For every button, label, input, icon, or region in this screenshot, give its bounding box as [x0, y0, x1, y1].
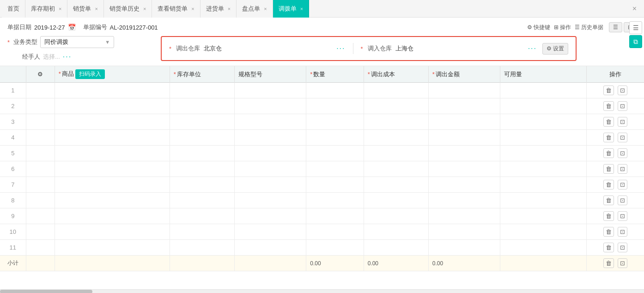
business-type-dropdown[interactable]: 同价调拨 ▼ — [40, 36, 114, 48]
row-product-6[interactable] — [55, 161, 170, 177]
row-delete-btn-3[interactable]: 🗑 — [603, 117, 614, 127]
row-available-3[interactable] — [500, 114, 587, 130]
row-qty-5[interactable] — [306, 146, 364, 161]
row-unit-2[interactable] — [170, 98, 234, 114]
tab-sales-order-close[interactable]: × — [95, 6, 97, 12]
row-settings-1[interactable] — [26, 83, 55, 98]
row-op-6[interactable]: 🗑 ⊡ — [586, 161, 644, 177]
row-unit-4[interactable] — [170, 130, 234, 146]
row-copy-btn-6[interactable]: ⊡ — [618, 164, 627, 174]
row-spec-11[interactable] — [234, 240, 306, 256]
row-settings-2[interactable] — [26, 98, 55, 114]
row-qty-9[interactable] — [306, 208, 364, 224]
row-op-8[interactable]: 🗑 ⊡ — [586, 193, 644, 208]
tab-inventory-init-close[interactable]: × — [59, 6, 61, 12]
row-delete-btn-4[interactable]: 🗑 — [603, 133, 614, 142]
row-cost-11[interactable] — [364, 240, 428, 256]
row-spec-9[interactable] — [234, 208, 306, 224]
row-delete-btn-10[interactable]: 🗑 — [603, 227, 614, 237]
row-op-11[interactable]: 🗑 ⊡ — [586, 240, 644, 256]
tab-bar-close-btn[interactable]: × — [627, 5, 642, 13]
row-unit-8[interactable] — [170, 193, 234, 208]
operation-btn[interactable]: ⊞ 操作 — [554, 24, 571, 31]
tab-view-sales[interactable]: 查看销货单 × — [152, 0, 200, 18]
history-btn[interactable]: ☰ 历史单据 — [575, 24, 603, 31]
row-unit-1[interactable] — [170, 83, 234, 98]
tab-home[interactable]: 首页 — [2, 0, 25, 18]
row-cost-10[interactable] — [364, 224, 428, 240]
row-delete-btn-11[interactable]: 🗑 — [603, 243, 614, 252]
row-amount-9[interactable] — [428, 208, 500, 224]
row-amount-6[interactable] — [428, 161, 500, 177]
row-qty-7[interactable] — [306, 177, 364, 193]
sidebar-link-btn[interactable]: ⧉ — [629, 35, 642, 48]
row-op-2[interactable]: 🗑 ⊡ — [586, 98, 644, 114]
row-spec-6[interactable] — [234, 161, 306, 177]
row-delete-btn-7[interactable]: 🗑 — [603, 180, 614, 189]
row-product-1[interactable] — [55, 83, 170, 98]
row-cost-6[interactable] — [364, 161, 428, 177]
row-delete-btn-6[interactable]: 🗑 — [603, 164, 614, 174]
row-cost-5[interactable] — [364, 146, 428, 161]
row-available-10[interactable] — [500, 224, 587, 240]
row-cost-4[interactable] — [364, 130, 428, 146]
tab-inventory-count-close[interactable]: × — [264, 6, 267, 12]
calendar-icon[interactable]: 📅 — [68, 24, 76, 31]
row-settings-8[interactable] — [26, 193, 55, 208]
row-op-3[interactable]: 🗑 ⊡ — [586, 114, 644, 130]
row-unit-11[interactable] — [170, 240, 234, 256]
row-qty-11[interactable] — [306, 240, 364, 256]
row-op-4[interactable]: 🗑 ⊡ — [586, 130, 644, 146]
row-settings-6[interactable] — [26, 161, 55, 177]
tab-transfer-order-close[interactable]: × — [300, 6, 303, 12]
row-qty-3[interactable] — [306, 114, 364, 130]
row-spec-8[interactable] — [234, 193, 306, 208]
row-product-2[interactable] — [55, 98, 170, 114]
row-unit-10[interactable] — [170, 224, 234, 240]
row-product-4[interactable] — [55, 130, 170, 146]
row-op-9[interactable]: 🗑 ⊡ — [586, 208, 644, 224]
row-settings-4[interactable] — [26, 130, 55, 146]
row-spec-5[interactable] — [234, 146, 306, 161]
row-qty-10[interactable] — [306, 224, 364, 240]
tab-transfer-order[interactable]: 调拨单 × — [273, 0, 309, 18]
tab-view-sales-close[interactable]: × — [191, 6, 194, 12]
row-delete-btn-1[interactable]: 🗑 — [603, 85, 614, 95]
tab-purchase-order-close[interactable]: × — [228, 6, 231, 12]
row-amount-8[interactable] — [428, 193, 500, 208]
row-op-5[interactable]: 🗑 ⊡ — [586, 146, 644, 161]
row-available-7[interactable] — [500, 177, 587, 193]
row-settings-11[interactable] — [26, 240, 55, 256]
tab-sales-history-close[interactable]: × — [143, 6, 146, 12]
row-qty-4[interactable] — [306, 130, 364, 146]
row-spec-2[interactable] — [234, 98, 306, 114]
handler-input[interactable]: 选择... — [43, 53, 60, 61]
row-amount-4[interactable] — [428, 130, 500, 146]
row-available-11[interactable] — [500, 240, 587, 256]
row-op-10[interactable]: 🗑 ⊡ — [586, 224, 644, 240]
row-amount-1[interactable] — [428, 83, 500, 98]
row-copy-btn-8[interactable]: ⊡ — [618, 195, 627, 205]
row-available-4[interactable] — [500, 130, 587, 146]
row-product-3[interactable] — [55, 114, 170, 130]
row-available-2[interactable] — [500, 98, 587, 114]
tab-inventory-init[interactable]: 库存期初 × — [25, 0, 67, 18]
subtotal-delete-btn[interactable]: 🗑 — [603, 258, 614, 268]
row-cost-1[interactable] — [364, 83, 428, 98]
subtotal-copy-btn[interactable]: ⊡ — [618, 258, 627, 268]
row-qty-6[interactable] — [306, 161, 364, 177]
row-unit-6[interactable] — [170, 161, 234, 177]
row-cost-9[interactable] — [364, 208, 428, 224]
row-delete-btn-2[interactable]: 🗑 — [603, 101, 614, 111]
row-delete-btn-9[interactable]: 🗑 — [603, 211, 614, 221]
row-amount-5[interactable] — [428, 146, 500, 161]
scrollbar-thumb[interactable] — [0, 290, 92, 293]
row-qty-1[interactable] — [306, 83, 364, 98]
row-copy-btn-2[interactable]: ⊡ — [618, 101, 627, 111]
row-spec-10[interactable] — [234, 224, 306, 240]
row-delete-btn-5[interactable]: 🗑 — [603, 148, 614, 158]
row-copy-btn-11[interactable]: ⊡ — [618, 243, 627, 252]
tab-inventory-count[interactable]: 盘点单 × — [237, 0, 273, 18]
row-product-10[interactable] — [55, 224, 170, 240]
row-amount-7[interactable] — [428, 177, 500, 193]
